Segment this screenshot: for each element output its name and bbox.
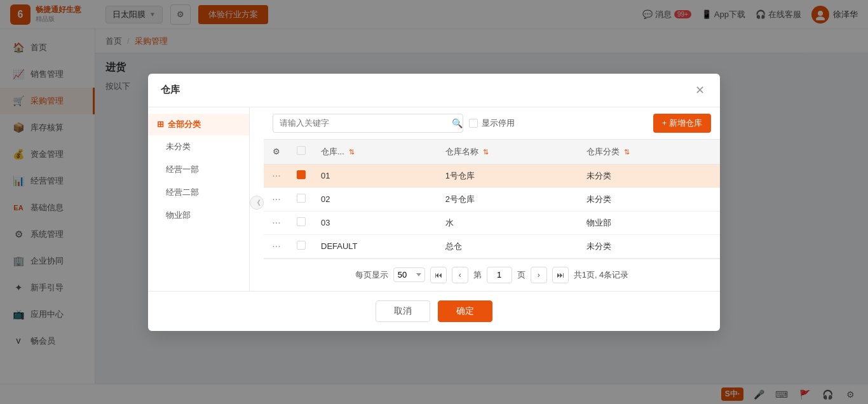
show-disabled-label: 显示停用 [482, 118, 515, 129]
row-more-icon[interactable]: ··· [272, 241, 280, 252]
page-suffix: 页 [517, 269, 526, 281]
row-checkbox[interactable] [297, 170, 306, 179]
table-row[interactable]: ··· DEFAULT 总仓 未分类 [264, 234, 720, 258]
row-checkbox[interactable] [297, 217, 306, 226]
row-check-cell [289, 211, 313, 234]
row-more-cell: ··· [264, 234, 289, 258]
table-body: ··· 01 1号仓库 未分类 ··· 02 2号仓库 未分类 ··· [264, 164, 720, 258]
modal-toolbar: 🔍 显示停用 + 新增仓库 [264, 107, 720, 140]
show-disabled-checkbox-wrap: 显示停用 [469, 118, 515, 129]
col-check [289, 140, 313, 165]
grid-icon: ⊞ [157, 119, 164, 129]
collapse-button[interactable]: 《 [250, 196, 264, 210]
row-checkbox[interactable] [297, 194, 306, 203]
row-name: 总仓 [438, 234, 579, 258]
row-category: 未分类 [579, 234, 720, 258]
modal-title: 仓库 [161, 84, 180, 96]
row-name: 1号仓库 [438, 164, 579, 187]
row-more-icon[interactable]: ··· [272, 194, 280, 205]
row-category: 物业部 [579, 211, 720, 234]
page-label: 第 [473, 269, 482, 281]
category-item-ops1[interactable]: 经营一部 [148, 158, 249, 181]
table-header-row: ⚙ 仓库... ⇅ 仓库名称 ⇅ [264, 140, 720, 165]
all-categories-item[interactable]: ⊞ 全部分类 [148, 114, 249, 135]
modal-header: 仓库 ✕ [148, 74, 720, 107]
row-name: 水 [438, 211, 579, 234]
table-row[interactable]: ··· 02 2号仓库 未分类 [264, 187, 720, 211]
warehouse-table-inner: ⚙ 仓库... ⇅ 仓库名称 ⇅ [264, 140, 720, 259]
category-label-1: 经营一部 [166, 165, 199, 174]
row-more-cell: ··· [264, 211, 289, 234]
row-category: 未分类 [579, 164, 720, 187]
pagination: 每页显示 50 100 ⏮ ‹ 第 页 › ⏭ 共1页, 4条记录 [264, 259, 720, 291]
row-check-cell [289, 164, 313, 187]
first-page-button[interactable]: ⏮ [430, 267, 447, 283]
category-label-2: 经营二部 [166, 187, 199, 197]
row-check-cell [289, 187, 313, 211]
row-check-cell [289, 234, 313, 258]
page-number-input[interactable] [487, 267, 512, 283]
per-page-label: 每页显示 [355, 269, 388, 281]
row-code: DEFAULT [313, 234, 438, 258]
category-item-property[interactable]: 物业部 [148, 204, 249, 227]
select-all-checkbox[interactable] [297, 146, 306, 155]
per-page-select[interactable]: 50 100 [393, 267, 425, 282]
add-warehouse-button[interactable]: + 新增仓库 [653, 114, 711, 133]
collapse-icon: 《 [254, 198, 261, 208]
row-checkbox[interactable] [297, 241, 306, 250]
row-more-icon[interactable]: ··· [272, 217, 280, 228]
warehouse-table: ⚙ 仓库... ⇅ 仓库名称 ⇅ [264, 140, 720, 259]
row-code: 01 [313, 164, 438, 187]
total-info: 共1页, 4条记录 [574, 269, 629, 281]
category-item-uncategorized[interactable]: 未分类 [148, 135, 249, 158]
modal-main: 🔍 显示停用 + 新增仓库 ⚙ [264, 107, 720, 291]
row-name: 2号仓库 [438, 187, 579, 211]
col-code-label: 仓库... [321, 147, 344, 156]
col-name: 仓库名称 ⇅ [438, 140, 579, 165]
row-code: 03 [313, 211, 438, 234]
sort-category-icon[interactable]: ⇅ [624, 148, 630, 156]
modal-footer: 取消 确定 [148, 291, 720, 331]
row-code: 02 [313, 187, 438, 211]
table-row[interactable]: ··· 01 1号仓库 未分类 [264, 164, 720, 187]
search-input[interactable] [273, 114, 463, 133]
close-icon[interactable]: ✕ [692, 83, 707, 98]
col-category-label: 仓库分类 [587, 147, 620, 156]
row-more-cell: ··· [264, 164, 289, 187]
cancel-button[interactable]: 取消 [376, 300, 430, 322]
confirm-button[interactable]: 确定 [438, 300, 492, 322]
table-row[interactable]: ··· 03 水 物业部 [264, 211, 720, 234]
sort-code-icon[interactable]: ⇅ [349, 148, 355, 156]
row-more-cell: ··· [264, 187, 289, 211]
row-more-icon[interactable]: ··· [272, 170, 280, 181]
search-icon[interactable]: 🔍 [452, 118, 463, 128]
category-label-0: 未分类 [166, 142, 191, 151]
category-item-ops2[interactable]: 经营二部 [148, 181, 249, 204]
col-gear: ⚙ [264, 140, 289, 165]
last-page-button[interactable]: ⏭ [552, 267, 569, 283]
next-page-button[interactable]: › [531, 267, 547, 283]
col-code: 仓库... ⇅ [313, 140, 438, 165]
collapse-area: 《 [250, 107, 264, 291]
prev-page-button[interactable]: ‹ [452, 267, 468, 283]
show-disabled-checkbox[interactable] [469, 119, 478, 128]
modal-sidebar: ⊞ 全部分类 未分类 经营一部 经营二部 物业部 [148, 107, 250, 291]
category-label-3: 物业部 [166, 210, 191, 220]
all-categories-label: 全部分类 [168, 119, 201, 130]
modal-overlay: 仓库 ✕ ⊞ 全部分类 未分类 经营一部 经营二部 [0, 0, 868, 404]
row-category: 未分类 [579, 187, 720, 211]
col-category: 仓库分类 ⇅ [579, 140, 720, 165]
warehouse-modal: 仓库 ✕ ⊞ 全部分类 未分类 经营一部 经营二部 [148, 74, 720, 331]
col-name-label: 仓库名称 [445, 147, 478, 156]
modal-body: ⊞ 全部分类 未分类 经营一部 经营二部 物业部 《 [148, 107, 720, 291]
sort-name-icon[interactable]: ⇅ [483, 148, 489, 156]
